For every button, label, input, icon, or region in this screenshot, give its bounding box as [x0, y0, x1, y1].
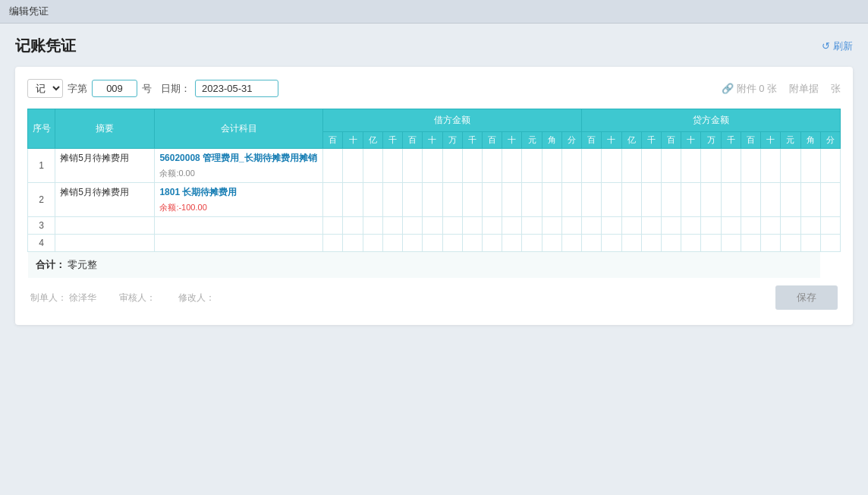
debit-amount-11[interactable] [542, 149, 561, 183]
credit-amount-11[interactable] [800, 183, 820, 217]
credit-amount-8[interactable] [741, 217, 760, 235]
credit-amount-10[interactable] [781, 183, 800, 217]
credit-amount-6[interactable] [701, 217, 721, 235]
debit-amount-10[interactable] [522, 149, 542, 183]
debit-amount-7[interactable] [462, 235, 482, 252]
debit-amount-9[interactable] [502, 235, 522, 252]
debit-amount-4[interactable] [403, 183, 423, 217]
credit-amount-11[interactable] [800, 217, 820, 235]
debit-amount-0[interactable] [323, 183, 343, 217]
debit-amount-11[interactable] [542, 183, 561, 217]
row-summary[interactable]: 摊销5月待摊费用 [55, 149, 155, 183]
debit-amount-6[interactable] [442, 217, 462, 235]
table-row[interactable]: 2摊销5月待摊费用1801 长期待摊费用余额:-100.00 [28, 183, 841, 217]
debit-amount-1[interactable] [343, 235, 363, 252]
debit-amount-6[interactable] [442, 183, 462, 217]
row-account[interactable] [155, 235, 323, 252]
credit-amount-0[interactable] [582, 235, 602, 252]
debit-amount-3[interactable] [382, 183, 402, 217]
debit-amount-1[interactable] [343, 217, 363, 235]
debit-amount-10[interactable] [522, 235, 542, 252]
credit-amount-1[interactable] [602, 149, 621, 183]
debit-amount-6[interactable] [442, 235, 462, 252]
credit-amount-0[interactable] [582, 149, 602, 183]
credit-amount-9[interactable] [761, 149, 781, 183]
voucher-type-select[interactable]: 记 [27, 79, 63, 98]
debit-amount-4[interactable] [403, 217, 423, 235]
credit-amount-7[interactable] [721, 217, 741, 235]
credit-amount-8[interactable] [741, 235, 760, 252]
credit-amount-1[interactable] [602, 235, 621, 252]
debit-amount-11[interactable] [542, 217, 561, 235]
table-row[interactable]: 1摊销5月待摊费用56020008 管理费用_长期待摊费用摊销余额:0.00 [28, 149, 841, 183]
debit-amount-3[interactable] [382, 235, 402, 252]
row-summary[interactable]: 摊销5月待摊费用 [55, 183, 155, 217]
debit-amount-8[interactable] [483, 235, 502, 252]
debit-amount-5[interactable] [423, 235, 442, 252]
debit-amount-2[interactable] [363, 183, 382, 217]
debit-amount-10[interactable] [522, 217, 542, 235]
credit-amount-8[interactable] [741, 149, 760, 183]
credit-amount-2[interactable] [621, 183, 641, 217]
debit-amount-2[interactable] [363, 149, 382, 183]
credit-amount-2[interactable] [621, 149, 641, 183]
debit-amount-12[interactable] [561, 149, 581, 183]
debit-amount-2[interactable] [363, 217, 382, 235]
credit-amount-0[interactable] [582, 183, 602, 217]
debit-amount-5[interactable] [423, 149, 442, 183]
debit-amount-3[interactable] [382, 217, 402, 235]
credit-amount-3[interactable] [641, 149, 661, 183]
row-summary[interactable] [55, 235, 155, 252]
debit-amount-0[interactable] [323, 235, 343, 252]
debit-amount-7[interactable] [462, 183, 482, 217]
debit-amount-0[interactable] [323, 149, 343, 183]
table-row[interactable]: 3 [28, 217, 841, 235]
credit-amount-12[interactable] [820, 183, 840, 217]
credit-amount-9[interactable] [761, 183, 781, 217]
debit-amount-9[interactable] [502, 183, 522, 217]
credit-amount-5[interactable] [681, 217, 701, 235]
debit-amount-3[interactable] [382, 149, 402, 183]
credit-amount-4[interactable] [661, 217, 681, 235]
debit-amount-11[interactable] [542, 235, 561, 252]
credit-amount-1[interactable] [602, 183, 621, 217]
debit-amount-12[interactable] [561, 183, 581, 217]
debit-amount-8[interactable] [483, 217, 502, 235]
credit-amount-11[interactable] [800, 149, 820, 183]
credit-amount-9[interactable] [761, 235, 781, 252]
debit-amount-4[interactable] [403, 149, 423, 183]
credit-amount-6[interactable] [701, 183, 721, 217]
credit-amount-4[interactable] [661, 235, 681, 252]
debit-amount-5[interactable] [423, 183, 442, 217]
credit-amount-1[interactable] [602, 217, 621, 235]
row-account[interactable]: 56020008 管理费用_长期待摊费用摊销余额:0.00 [155, 149, 323, 183]
credit-amount-10[interactable] [781, 235, 800, 252]
credit-amount-7[interactable] [721, 149, 741, 183]
credit-amount-0[interactable] [582, 217, 602, 235]
row-summary[interactable] [55, 217, 155, 235]
debit-amount-9[interactable] [502, 217, 522, 235]
debit-amount-1[interactable] [343, 149, 363, 183]
credit-amount-2[interactable] [621, 217, 641, 235]
voucher-number-input[interactable] [92, 80, 137, 97]
credit-amount-6[interactable] [701, 149, 721, 183]
credit-amount-10[interactable] [781, 217, 800, 235]
debit-amount-8[interactable] [483, 149, 502, 183]
credit-amount-7[interactable] [721, 183, 741, 217]
credit-amount-9[interactable] [761, 217, 781, 235]
credit-amount-6[interactable] [701, 235, 721, 252]
debit-amount-7[interactable] [462, 217, 482, 235]
credit-amount-11[interactable] [800, 235, 820, 252]
credit-amount-3[interactable] [641, 235, 661, 252]
debit-amount-10[interactable] [522, 183, 542, 217]
credit-amount-5[interactable] [681, 183, 701, 217]
debit-amount-12[interactable] [561, 217, 581, 235]
credit-amount-10[interactable] [781, 149, 800, 183]
row-account[interactable] [155, 217, 323, 235]
credit-amount-4[interactable] [661, 183, 681, 217]
credit-amount-3[interactable] [641, 183, 661, 217]
credit-amount-12[interactable] [820, 217, 840, 235]
credit-amount-4[interactable] [661, 149, 681, 183]
refresh-button[interactable]: ↺ 刷新 [822, 39, 853, 53]
debit-amount-4[interactable] [403, 235, 423, 252]
